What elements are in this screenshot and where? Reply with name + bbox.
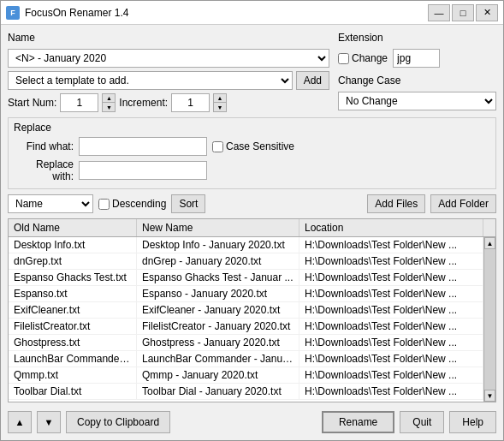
descending-checkbox[interactable] — [98, 199, 110, 210]
cell-old-0: Desktop Info.txt — [9, 237, 137, 253]
cell-old-8: Qmmp.txt — [9, 367, 137, 383]
scroll-down-arrow[interactable]: ▼ — [484, 390, 495, 402]
file-row[interactable]: ExifCleaner.txt ExifCleaner - January 20… — [9, 302, 483, 319]
file-row[interactable]: Qmmp.txt Qmmp - January 2020.txt H:\Down… — [9, 367, 483, 384]
template-row: Select a template to add. Add — [8, 71, 329, 90]
template-select[interactable]: Select a template to add. — [8, 71, 293, 90]
file-row[interactable]: Toolbar Dial.txt Toolbar Dial - January … — [9, 384, 483, 400]
file-row[interactable]: Espanso Ghacks Test.txt Espanso Ghacks T… — [9, 270, 483, 286]
start-num-input[interactable] — [60, 93, 98, 112]
top-section: Name <N> - January 2020 Select a templat… — [8, 32, 496, 112]
find-input[interactable] — [79, 137, 207, 156]
extension-input[interactable] — [393, 49, 440, 68]
add-files-button[interactable]: Add Files — [367, 194, 425, 213]
case-sensitive-checkbox[interactable] — [212, 141, 223, 152]
move-down-button[interactable]: ▼ — [37, 411, 61, 433]
cell-old-6: Ghostpress.txt — [9, 335, 137, 350]
increment-label: Increment: — [119, 97, 168, 109]
maximize-button[interactable]: □ — [452, 4, 474, 21]
find-label: Find what: — [14, 140, 74, 152]
help-button[interactable]: Help — [449, 411, 496, 433]
cell-new-0: Desktop Info - January 2020.txt — [137, 237, 299, 253]
cell-loc-8: H:\Downloads\Test Folder\New ... — [299, 367, 483, 383]
move-up-button[interactable]: ▲ — [8, 411, 32, 433]
case-sensitive-text: Case Sensitive — [226, 140, 294, 152]
cell-new-1: dnGrep - January 2020.txt — [137, 253, 299, 269]
file-row[interactable]: Espanso.txt Espanso - January 2020.txt H… — [9, 286, 483, 302]
num-row: Start Num: ▲ ▼ Increment: ▲ ▼ — [8, 93, 329, 112]
cell-old-1: dnGrep.txt — [9, 253, 137, 269]
rename-button[interactable]: Rename — [322, 411, 394, 433]
toolbar-row: Name New Name Location Descending Sort A… — [8, 194, 496, 213]
file-row[interactable]: dnGrep.txt dnGrep - January 2020.txt H:\… — [9, 253, 483, 270]
window-controls: — □ ✕ — [428, 4, 498, 21]
change-case-label: Change Case — [338, 74, 496, 86]
cell-new-7: LaunchBar Commander - Januar ... — [137, 351, 299, 367]
cell-old-3: Espanso.txt — [9, 286, 137, 301]
case-sensitive-label[interactable]: Case Sensitive — [212, 140, 294, 152]
cell-new-8: Qmmp - January 2020.txt — [137, 367, 299, 383]
change-ext-label[interactable]: Change — [338, 52, 388, 64]
scroll-up-arrow[interactable]: ▲ — [484, 237, 495, 249]
name-select[interactable]: <N> - January 2020 — [8, 49, 329, 68]
file-list-body[interactable]: Desktop Info.txt Desktop Info - January … — [9, 237, 483, 402]
sort-column-select[interactable]: Name New Name Location — [8, 194, 93, 213]
cell-old-4: ExifCleaner.txt — [9, 302, 137, 318]
minimize-button[interactable]: — — [428, 4, 450, 21]
replace-section: Replace Find what: Case Sensitive Replac… — [8, 117, 496, 189]
app-icon-letter: F — [10, 9, 15, 17]
add-template-button[interactable]: Add — [296, 71, 329, 90]
file-row[interactable]: LaunchBar Commander.txt LaunchBar Comman… — [9, 351, 483, 367]
file-list-container: Old Name New Name Location Desktop Info.… — [8, 218, 496, 402]
start-num-label: Start Num: — [8, 97, 56, 109]
replace-label: Replace — [14, 122, 490, 134]
increment-input[interactable] — [171, 93, 210, 112]
cell-new-9: Toolbar Dial - January 2020.txt — [137, 384, 299, 399]
start-num-up[interactable]: ▲ — [103, 94, 115, 103]
cell-loc-7: H:\Downloads\Test Folder\New ... — [299, 351, 483, 367]
start-num-down[interactable]: ▼ — [103, 103, 115, 111]
extension-label: Extension — [338, 32, 496, 44]
cell-loc-1: H:\Downloads\Test Folder\New ... — [299, 253, 483, 269]
scroll-track — [484, 249, 495, 390]
cell-new-3: Espanso - January 2020.txt — [137, 286, 299, 301]
window-title: FocusOn Renamer 1.4 — [25, 7, 428, 19]
main-window: F FocusOn Renamer 1.4 — □ ✕ Name <N> - J… — [0, 0, 504, 441]
col-header-new: New Name — [137, 219, 299, 236]
find-row: Find what: Case Sensitive — [14, 137, 490, 156]
file-list-header: Old Name New Name Location — [9, 219, 495, 237]
change-ext-checkbox[interactable] — [338, 53, 349, 64]
increment-up[interactable]: ▲ — [214, 94, 226, 103]
cell-loc-6: H:\Downloads\Test Folder\New ... — [299, 335, 483, 350]
file-row[interactable]: FilelistCreator.txt FilelistCreator - Ja… — [9, 319, 483, 335]
add-folder-button[interactable]: Add Folder — [430, 194, 496, 213]
name-section-label: Name — [8, 32, 329, 44]
copy-to-clipboard-button[interactable]: Copy to Clipboard — [66, 411, 170, 433]
col-header-loc: Location — [299, 219, 483, 236]
cell-new-4: ExifCleaner - January 2020.txt — [137, 302, 299, 318]
app-icon: F — [6, 6, 20, 20]
scrollbar[interactable]: ▲ ▼ — [483, 237, 495, 402]
replace-with-input[interactable] — [79, 161, 207, 180]
descending-text: Descending — [112, 198, 166, 210]
col-header-old: Old Name — [9, 219, 137, 236]
left-panel: Name <N> - January 2020 Select a templat… — [8, 32, 329, 112]
close-button[interactable]: ✕ — [476, 4, 498, 21]
increment-down[interactable]: ▼ — [214, 103, 226, 111]
file-row[interactable]: Ghostpress.txt Ghostpress - January 2020… — [9, 335, 483, 351]
cell-loc-0: H:\Downloads\Test Folder\New ... — [299, 237, 483, 253]
cell-loc-5: H:\Downloads\Test Folder\New ... — [299, 319, 483, 334]
change-case-select[interactable]: No Change UPPERCASE lowercase Title Case… — [338, 92, 496, 110]
start-num-spinner: ▲ ▼ — [102, 93, 116, 112]
titlebar: F FocusOn Renamer 1.4 — □ ✕ — [1, 1, 503, 25]
cell-loc-4: H:\Downloads\Test Folder\New ... — [299, 302, 483, 318]
cell-loc-3: H:\Downloads\Test Folder\New ... — [299, 286, 483, 301]
descending-label[interactable]: Descending — [98, 198, 166, 210]
change-ext-text: Change — [352, 52, 388, 64]
cell-old-7: LaunchBar Commander.txt — [9, 351, 137, 367]
right-panel: Extension Change Change Case No Change U… — [338, 32, 496, 112]
quit-button[interactable]: Quit — [400, 411, 444, 433]
cell-old-2: Espanso Ghacks Test.txt — [9, 270, 137, 285]
file-row[interactable]: Desktop Info.txt Desktop Info - January … — [9, 237, 483, 253]
sort-button[interactable]: Sort — [171, 194, 205, 213]
